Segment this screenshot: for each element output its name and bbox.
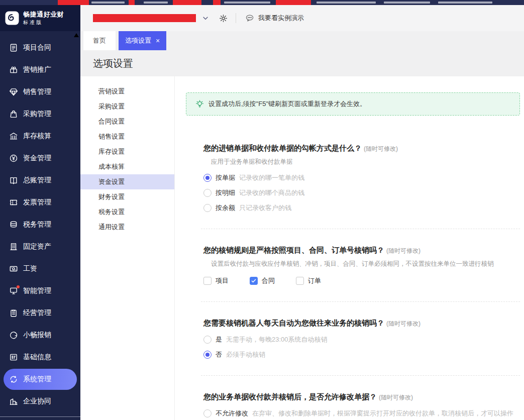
notice-banner: 设置成功后,须按"F5"键刷新页面或重新登录才会生效。	[186, 92, 520, 116]
clipped-browser-strip	[0, 0, 524, 5]
checkbox[interactable]	[296, 277, 304, 285]
option-row[interactable]: 是无需手动，每晚23:00系统自动核销	[203, 335, 520, 344]
page-title: 选项设置	[93, 57, 133, 70]
settings-nav-item[interactable]: 营销设置	[80, 84, 174, 99]
radio[interactable]	[203, 351, 212, 359]
sidebar-item-label: 工资	[23, 264, 37, 273]
sidebar-scroll-up-arrow[interactable]	[74, 33, 79, 37]
settings-gear-icon[interactable]	[219, 14, 228, 23]
question-block: 您需要核销机器人每天自动为您做往来业务的核销吗？(随时可修改)是无需手动，每晚2…	[186, 319, 520, 359]
sidebar-item[interactable]: 智能管理	[0, 280, 80, 302]
company-selector[interactable]	[93, 14, 209, 22]
sidebar-item-label: 系统管理	[23, 375, 51, 384]
option-label: 否	[216, 350, 222, 359]
sidebar-item[interactable]: 资金管理	[0, 147, 80, 169]
option-label: 按单据	[216, 173, 235, 182]
sidebar-item[interactable]: 库存核算	[0, 125, 80, 147]
sidebar-item[interactable]: 总账管理	[0, 169, 80, 191]
radio[interactable]	[203, 336, 212, 344]
business-icon	[9, 308, 18, 318]
salary-icon	[9, 264, 18, 273]
option-desc: 无需手动，每晚23:00系统自动核销	[226, 335, 328, 344]
tab-close-icon[interactable]: ×	[156, 37, 160, 44]
sidebar-item[interactable]: 企业协同	[0, 390, 80, 412]
option-row[interactable]: 否必须手动核销	[203, 350, 520, 359]
radio[interactable]	[203, 204, 212, 212]
demo-link[interactable]: 我要看实例演示	[245, 14, 304, 23]
sidebar-item-label: 销售管理	[23, 87, 51, 96]
assets-icon	[9, 242, 18, 251]
sidebar-item[interactable]: 发票管理	[0, 191, 80, 214]
question-block: 您的业务单据收付款并核销后，是否允许修改单据？(随时可修改)不允许修改在弃审、修…	[186, 392, 520, 420]
sidebar-item[interactable]: 营销推广	[0, 59, 80, 81]
sidebar-item[interactable]: 经营管理	[0, 302, 80, 324]
questions: 您的进销单据和收付款单据的勾帐方式是什么？(随时可修改)应用于业务单据和收付款单…	[186, 144, 520, 420]
main-column: 我要看实例演示 首页选项设置× 选项设置 营销设置采购设置合同设置销售设置库存设…	[80, 5, 524, 420]
sidebar-item-label: 智能管理	[23, 286, 51, 295]
brand-title: 畅捷通好业财	[23, 11, 64, 18]
settings-nav-item[interactable]: 资金设置	[80, 174, 174, 189]
radio[interactable]	[203, 189, 212, 197]
option-row[interactable]: 按余额只记录收客户的钱	[203, 203, 520, 213]
notification-dot-icon	[17, 285, 20, 288]
checkbox[interactable]	[250, 277, 258, 285]
question-block: 您的进销单据和收付款单据的勾帐方式是什么？(随时可修改)应用于业务单据和收付款单…	[186, 144, 520, 213]
question-block: 您的核销规则是严格按照项目、合同、订单号核销吗？(随时可修改)设置后收付款与应收…	[186, 246, 520, 285]
chevron-down-icon	[202, 15, 209, 22]
sidebar-item[interactable]: 销售管理	[0, 81, 80, 103]
sidebar-item-label: 营销推广	[23, 65, 51, 74]
option-row[interactable]: 按明细记录收的哪个商品的钱	[203, 188, 520, 197]
marketing-icon	[9, 65, 18, 74]
option-row[interactable]: 订单	[296, 276, 321, 285]
redaction-block	[129, 0, 135, 5]
radio[interactable]	[203, 174, 212, 182]
contract-icon	[9, 43, 18, 52]
sidebar-item[interactable]: 工资	[0, 258, 80, 280]
settings-nav-item[interactable]: 财务设置	[80, 189, 174, 204]
option-desc: 记录收的哪个商品的钱	[239, 188, 304, 197]
sidebar-item-label: 基础信息	[23, 353, 51, 362]
reimburse-icon	[9, 331, 18, 340]
header-divider	[236, 13, 236, 23]
sidebar-item[interactable]: 小畅报销	[0, 324, 80, 346]
sidebar-item[interactable]: 税务管理	[0, 214, 80, 236]
sidebar-item-label: 项目合同	[23, 43, 51, 52]
redacted-company-name	[93, 14, 196, 22]
system-icon	[9, 375, 18, 384]
question-title: 您的进销单据和收付款单据的勾帐方式是什么？(随时可修改)	[203, 144, 520, 153]
settings-nav-item[interactable]: 销售设置	[80, 129, 174, 144]
question-hint: (随时可修改)	[386, 320, 421, 327]
settings-nav-item[interactable]: 税务设置	[80, 204, 174, 220]
inventory-icon	[9, 132, 18, 141]
sidebar-item[interactable]: 固定资产	[0, 236, 80, 258]
option-row[interactable]: 不允许修改在弃审、修改和删除单据时，根据弹窗提示打开对应的收付款单，取消核销后，…	[203, 409, 520, 418]
option-desc: 必须手动核销	[226, 350, 265, 359]
sales-icon	[9, 87, 18, 96]
settings-nav-item[interactable]: 采购设置	[80, 99, 174, 114]
sidebar-item-label: 小畅报销	[23, 331, 51, 340]
sidebar-item-label: 总账管理	[23, 176, 51, 185]
question-title: 您需要核销机器人每天自动为您做往来业务的核销吗？(随时可修改)	[203, 319, 520, 328]
sidebar-item[interactable]: 系统管理	[4, 369, 77, 390]
speech-bubble-icon	[245, 14, 254, 22]
tab-label: 首页	[93, 36, 106, 45]
sidebar-item[interactable]: 基础信息	[0, 346, 80, 368]
settings-nav-item[interactable]: 库存设置	[80, 144, 174, 159]
settings-nav-item[interactable]: 通用设置	[80, 220, 174, 235]
tab[interactable]: 选项设置×	[119, 31, 166, 50]
checkbox[interactable]	[203, 277, 212, 285]
option-row[interactable]: 项目	[203, 276, 229, 285]
radio[interactable]	[203, 409, 212, 417]
settings-nav-item[interactable]: 成本核算	[80, 159, 174, 174]
app-header: 我要看实例演示	[80, 5, 524, 31]
settings-nav-item[interactable]: 合同设置	[80, 114, 174, 129]
sidebar-item[interactable]: 采购管理	[0, 103, 80, 125]
option-label: 合同	[262, 276, 275, 285]
tab[interactable]: 首页	[83, 31, 116, 50]
option-row[interactable]: 合同	[250, 276, 275, 285]
tab-label: 选项设置	[125, 36, 151, 45]
redaction-block	[276, 0, 311, 5]
sidebar-item[interactable]: 项目合同	[0, 37, 80, 59]
clipped-browser-text	[91, 2, 125, 4]
option-row[interactable]: 按单据记录收的哪一笔单的钱	[203, 173, 520, 182]
